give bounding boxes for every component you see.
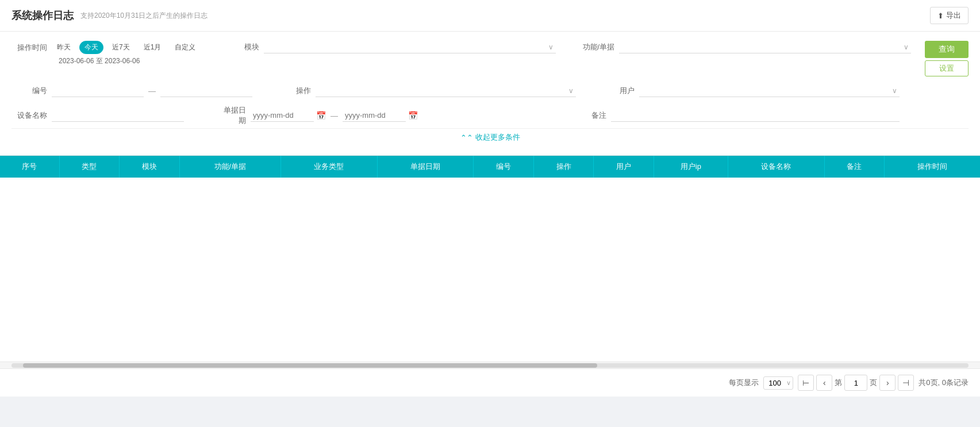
calendar-to-icon[interactable]: 📅: [408, 111, 418, 120]
page-prev-btn[interactable]: ‹: [816, 375, 832, 391]
page-header: 系统操作日志 支持2020年10月31日之后产生的操作日志 ⬆ 导出: [0, 0, 980, 32]
col-op-time: 操作时间: [884, 156, 980, 178]
module-select[interactable]: [264, 41, 556, 53]
table-container: 序号 类型 模块 功能/单据 业务类型 单据日期 编号 操作 用户 用户ip 设…: [0, 156, 980, 361]
page-next-btn[interactable]: ›: [879, 375, 896, 391]
time-btn-1month[interactable]: 近1月: [139, 41, 167, 54]
device-input[interactable]: [52, 109, 184, 122]
operation-select[interactable]: [316, 84, 576, 97]
col-operation: 操作: [533, 156, 593, 178]
operation-label: 操作: [275, 86, 316, 96]
col-module: 模块: [120, 156, 179, 178]
operation-select-wrapper: ∨: [316, 84, 576, 97]
collapse-text: 收起更多条件: [475, 132, 520, 143]
device-label: 设备名称: [11, 110, 52, 121]
scrollbar-area: [0, 361, 980, 368]
bottom-bar: 每页显示 100 50 200 ∨ ⊢ ‹ 第 页 › ⊣ 共0页, 0条记录: [0, 368, 980, 397]
time-label: 操作时间: [11, 43, 52, 53]
page-suffix: 页: [870, 378, 877, 388]
col-device: 设备名称: [728, 156, 824, 178]
func-select-wrapper: ∨: [619, 41, 911, 53]
doc-date-to-wrapper: 📅: [343, 109, 418, 122]
remark-label: 备注: [571, 110, 611, 121]
doc-date-from-input[interactable]: [251, 109, 314, 122]
table-header-row: 序号 类型 模块 功能/单据 业务类型 单据日期 编号 操作 用户 用户ip 设…: [0, 156, 980, 178]
func-label: 功能/单据: [579, 42, 619, 52]
scrollbar-thumb[interactable]: [23, 363, 597, 368]
doc-date-label: 单据日期: [218, 105, 251, 126]
module-select-wrapper: ∨: [264, 41, 556, 53]
calendar-from-icon[interactable]: 📅: [316, 111, 326, 120]
col-serial: 序号: [0, 156, 59, 178]
func-select[interactable]: [619, 41, 911, 53]
title-area: 系统操作日志 支持2020年10月31日之后产生的操作日志: [11, 9, 207, 22]
time-btn-7days[interactable]: 近7天: [107, 41, 135, 54]
page-prefix: 第: [835, 378, 842, 388]
export-button[interactable]: ⬆ 导出: [930, 7, 969, 24]
per-page-label: 每页显示: [729, 378, 759, 388]
serial-input-from[interactable]: [52, 84, 144, 97]
serial-input-to[interactable]: [160, 84, 252, 97]
table-header: 序号 类型 模块 功能/单据 业务类型 单据日期 编号 操作 用户 用户ip 设…: [0, 156, 980, 178]
time-btn-today[interactable]: 今天: [79, 41, 103, 54]
page-subtitle: 支持2020年10月31日之后产生的操作日志: [80, 11, 207, 21]
col-remark: 备注: [824, 156, 884, 178]
doc-date-to-input[interactable]: [343, 109, 406, 122]
collapse-icon: ⌃⌃: [460, 133, 473, 142]
module-label: 模块: [224, 42, 264, 52]
scrollbar-track: [11, 363, 969, 368]
remark-input[interactable]: [611, 109, 900, 122]
data-table: 序号 类型 模块 功能/单据 业务类型 单据日期 编号 操作 用户 用户ip 设…: [0, 156, 980, 178]
col-number: 编号: [474, 156, 533, 178]
time-btn-yesterday[interactable]: 昨天: [52, 41, 76, 54]
page-title: 系统操作日志: [11, 9, 74, 22]
col-user-ip: 用户ip: [654, 156, 728, 178]
col-doc-date: 单据日期: [377, 156, 474, 178]
export-icon: ⬆: [937, 11, 944, 20]
page-last-btn[interactable]: ⊣: [898, 375, 914, 391]
page-first-btn[interactable]: ⊢: [798, 375, 814, 391]
per-page-wrapper: 100 50 200 ∨: [763, 376, 793, 390]
col-type: 类型: [59, 156, 119, 178]
user-select[interactable]: [639, 84, 900, 97]
empty-area: [0, 178, 980, 361]
settings-button[interactable]: 设置: [925, 60, 969, 76]
time-btn-custom[interactable]: 自定义: [170, 41, 201, 54]
export-label: 导出: [946, 10, 961, 21]
time-filter-group: 昨天 今天 近7天 近1月 自定义: [52, 41, 201, 54]
pagination-controls: ⊢ ‹ 第 页 › ⊣: [798, 375, 914, 391]
col-user: 用户: [594, 156, 654, 178]
filter-area: 操作时间 昨天 今天 近7天 近1月 自定义 2023-06-06 至 2023…: [0, 32, 980, 156]
per-page-select[interactable]: 100 50 200: [763, 376, 793, 390]
serial-label: 编号: [11, 86, 52, 96]
query-button[interactable]: 查询: [925, 41, 969, 58]
col-biz-type: 业务类型: [281, 156, 378, 178]
doc-date-dash: —: [326, 111, 343, 120]
date-range-text: 2023-06-06 至 2023-06-06: [59, 57, 140, 65]
user-select-wrapper: ∨: [639, 84, 900, 97]
collapse-bar[interactable]: ⌃⌃ 收起更多条件: [11, 128, 969, 146]
serial-dash: —: [144, 87, 160, 95]
total-info: 共0页, 0条记录: [918, 378, 969, 388]
page-number-input[interactable]: [844, 375, 867, 391]
doc-date-from-wrapper: 📅: [251, 109, 326, 122]
col-func: 功能/单据: [179, 156, 280, 178]
user-label: 用户: [599, 86, 639, 96]
